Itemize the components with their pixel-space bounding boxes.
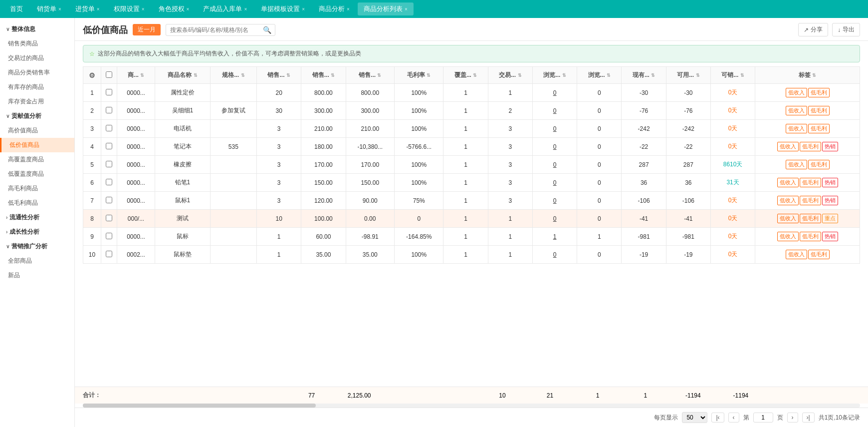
nav-item-单据模板设置[interactable]: 单据模板设置× [255, 2, 311, 15]
row-current: -41 [622, 210, 666, 228]
row-spec [210, 156, 256, 174]
th-view1[interactable]: 浏览... ⇅ [532, 67, 577, 84]
row-select-checkbox[interactable] [106, 143, 112, 149]
row-sale-avg: 35.00 [346, 246, 394, 264]
gear-header[interactable]: ⚙ [83, 67, 101, 84]
row-select-checkbox[interactable] [106, 251, 112, 257]
sidebar-section-整体信息[interactable]: ∨整体信息 [0, 22, 74, 36]
row-checkbox[interactable] [101, 102, 117, 120]
th-coverage[interactable]: 覆盖... ⇅ [443, 67, 488, 84]
search-input[interactable] [166, 24, 275, 36]
nav-close-icon[interactable]: × [97, 6, 100, 12]
th-margin[interactable]: 毛利率 ⇅ [394, 67, 443, 84]
th-current[interactable]: 现有... ⇅ [622, 67, 666, 84]
row-select-checkbox[interactable] [106, 125, 112, 131]
page-input[interactable] [753, 413, 773, 423]
sidebar-item-低毛利商品[interactable]: 低毛利商品 [0, 196, 74, 210]
filter-recent-month-button[interactable]: 近一月 [133, 24, 161, 35]
th-sale-amount[interactable]: 销售... ⇅ [301, 67, 346, 84]
sidebar-item-高毛利商品[interactable]: 高毛利商品 [0, 181, 74, 196]
row-view1[interactable]: 0 [532, 246, 577, 264]
sidebar-section-流通性分析[interactable]: ›流通性分析 [0, 210, 74, 225]
row-select-checkbox[interactable] [106, 215, 112, 221]
nav-close-icon[interactable]: × [58, 6, 61, 12]
sidebar-item-高覆盖度商品[interactable]: 高覆盖度商品 [0, 152, 74, 167]
th-tags[interactable]: 标签 ⇅ [755, 67, 860, 84]
th-name[interactable]: 商品名称 ⇅ [155, 67, 211, 84]
page-size-select[interactable]: 50 100 200 [682, 412, 707, 423]
search-icon: 🔍 [263, 26, 271, 34]
sidebar-item-有库存的商品[interactable]: 有库存的商品 [0, 80, 74, 94]
settings-icon[interactable]: ⚙ [89, 71, 95, 79]
nav-close-icon[interactable]: × [302, 6, 305, 12]
sidebar-section-营销推广分析[interactable]: ∨营销推广分析 [0, 239, 74, 254]
row-select-checkbox[interactable] [106, 233, 112, 239]
sidebar-section-成长性分析[interactable]: ›成长性分析 [0, 225, 74, 239]
nav-close-icon[interactable]: × [244, 6, 247, 12]
row-view1[interactable]: 0 [532, 174, 577, 192]
th-available[interactable]: 可用... ⇅ [666, 67, 710, 84]
row-checkbox[interactable] [101, 156, 117, 174]
share-button[interactable]: ↗ 分享 [798, 23, 828, 36]
row-view1[interactable]: 0 [532, 156, 577, 174]
row-checkbox[interactable] [101, 120, 117, 138]
sidebar-item-新品[interactable]: 新品 [0, 268, 74, 283]
select-all-checkbox[interactable] [106, 71, 112, 78]
th-spec[interactable]: 规格... ⇅ [210, 67, 256, 84]
th-sale-avg[interactable]: 销售... ⇅ [346, 67, 394, 84]
th-sale-qty[interactable]: 销售... ⇅ [257, 67, 301, 84]
row-checkbox[interactable] [101, 228, 117, 246]
row-view1[interactable]: 0 [532, 210, 577, 228]
row-view1[interactable]: 0 [532, 120, 577, 138]
nav-item-商品分析[interactable]: 商品分析× [313, 2, 356, 15]
nav-item-首页[interactable]: 首页 [4, 2, 29, 15]
row-checkbox[interactable] [101, 210, 117, 228]
row-select-checkbox[interactable] [106, 197, 112, 203]
nav-close-icon[interactable]: × [187, 6, 190, 12]
nav-item-产成品入库单[interactable]: 产成品入库单× [197, 2, 253, 15]
row-trade: 1 [488, 228, 532, 246]
sidebar-item-销售类商品[interactable]: 销售类商品 [0, 36, 74, 51]
row-view1[interactable]: 0 [532, 84, 577, 102]
nav-item-销货单[interactable]: 销货单× [31, 2, 67, 15]
last-page-button[interactable]: ›| [802, 413, 815, 423]
row-view1[interactable]: 0 [532, 192, 577, 210]
row-checkbox[interactable] [101, 84, 117, 102]
first-page-button[interactable]: |‹ [711, 413, 724, 423]
row-checkbox[interactable] [101, 138, 117, 156]
sidebar-item-库存资金占用[interactable]: 库存资金占用 [0, 94, 74, 109]
row-select-checkbox[interactable] [106, 161, 112, 167]
sidebar-item-交易过的商品[interactable]: 交易过的商品 [0, 51, 74, 65]
sidebar-item-低覆盖度商品[interactable]: 低覆盖度商品 [0, 167, 74, 181]
row-checkbox[interactable] [101, 192, 117, 210]
th-code[interactable]: 商... ⇅ [117, 67, 155, 84]
export-button[interactable]: ↓ 导出 [832, 23, 860, 36]
sidebar-item-低价值商品[interactable]: 低价值商品 [0, 138, 74, 152]
row-checkbox[interactable] [101, 174, 117, 192]
sidebar-item-全部商品[interactable]: 全部商品 [0, 254, 74, 268]
nav-close-icon[interactable]: × [142, 6, 145, 12]
next-page-button[interactable]: › [787, 413, 798, 423]
prev-page-button[interactable]: ‹ [728, 413, 739, 423]
nav-item-权限设置[interactable]: 权限设置× [108, 2, 151, 15]
row-available: -22 [666, 138, 710, 156]
nav-item-角色授权[interactable]: 角色授权× [153, 2, 196, 15]
row-view1[interactable]: 0 [532, 138, 577, 156]
nav-close-icon[interactable]: × [347, 6, 350, 12]
th-saleable[interactable]: 可销... ⇅ [710, 67, 755, 84]
nav-item-商品分析列表[interactable]: 商品分析列表× [358, 2, 414, 15]
row-checkbox[interactable] [101, 246, 117, 264]
row-select-checkbox[interactable] [106, 107, 112, 113]
row-view1[interactable]: 1 [532, 228, 577, 246]
nav-item-进货单[interactable]: 进货单× [69, 2, 106, 15]
nav-close-icon[interactable]: × [405, 6, 408, 12]
sidebar-section-贡献值分析[interactable]: ∨贡献值分析 [0, 109, 74, 123]
th-trade[interactable]: 交易... ⇅ [488, 67, 532, 84]
row-select-checkbox[interactable] [106, 179, 112, 185]
checkbox-header[interactable] [101, 67, 117, 84]
sidebar-item-高价值商品[interactable]: 高价值商品 [0, 123, 74, 138]
row-view1[interactable]: 0 [532, 102, 577, 120]
row-select-checkbox[interactable] [106, 89, 112, 95]
sidebar-item-商品分类销售率[interactable]: 商品分类销售率 [0, 65, 74, 80]
th-view2[interactable]: 浏览... ⇅ [577, 67, 622, 84]
